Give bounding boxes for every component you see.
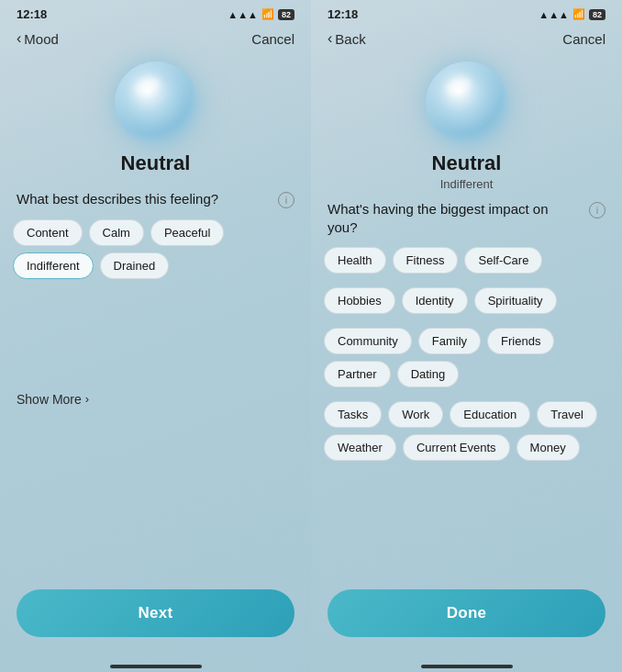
- time-right: 12:18: [328, 7, 358, 21]
- show-more-label: Show More: [17, 392, 82, 407]
- info-icon-right[interactable]: i: [589, 202, 605, 218]
- back-label-left: Mood: [24, 31, 59, 47]
- chip-row-2: Indifferent Drained: [13, 252, 298, 279]
- chip-indifferent[interactable]: Indifferent: [13, 252, 94, 279]
- nav-bar-right: ‹ Back Cancel: [311, 25, 622, 52]
- home-indicator-left: [0, 659, 311, 672]
- signal-icon: ▲▲▲: [228, 9, 258, 20]
- back-label-right: Back: [335, 31, 365, 47]
- chip-current-events[interactable]: Current Events: [403, 434, 510, 461]
- home-bar-left: [110, 665, 202, 668]
- chevron-right-icon: ›: [85, 392, 89, 406]
- chip-spirituality[interactable]: Spirituality: [474, 287, 557, 314]
- chevron-left-icon: ‹: [17, 30, 21, 47]
- cancel-button-left[interactable]: Cancel: [251, 31, 294, 47]
- battery-icon-right: 82: [589, 9, 605, 20]
- chip-work[interactable]: Work: [388, 401, 443, 428]
- status-icons-right: ▲▲▲ 📶 82: [539, 8, 605, 20]
- chip-family[interactable]: Family: [418, 328, 481, 354]
- mood-title-left: Neutral: [0, 151, 311, 175]
- done-button[interactable]: Done: [328, 589, 605, 637]
- chip-education[interactable]: Education: [450, 401, 530, 428]
- signal-icon-right: ▲▲▲: [539, 9, 569, 20]
- mood-orb-left: [115, 62, 197, 144]
- chip-self-care[interactable]: Self-Care: [464, 247, 542, 274]
- chip-row-1: Content Calm Peaceful: [13, 219, 298, 246]
- chip-group-2: Hobbies Identity Spirituality: [324, 287, 609, 314]
- chip-drained[interactable]: Drained: [100, 252, 170, 279]
- chevron-left-icon-right: ‹: [328, 30, 332, 47]
- mood-orb-right: [426, 62, 508, 144]
- status-bar-right: 12:18 ▲▲▲ 📶 82: [311, 0, 622, 25]
- chip-calm[interactable]: Calm: [89, 219, 144, 246]
- section-question-right: What's having the biggest impact on you?: [328, 200, 582, 236]
- chips-area-right: Health Fitness Self-Care Hobbies Identit…: [311, 247, 622, 467]
- chip-hobbies[interactable]: Hobbies: [324, 287, 395, 314]
- chips-area-left: Content Calm Peaceful Indifferent Draine…: [0, 219, 311, 385]
- orb-container-right: [311, 62, 622, 144]
- chip-identity[interactable]: Identity: [402, 287, 468, 314]
- bottom-area-right: Done: [311, 578, 622, 659]
- chip-money[interactable]: Money: [516, 434, 580, 461]
- chip-peaceful[interactable]: Peaceful: [150, 219, 225, 246]
- home-bar-right: [421, 665, 513, 668]
- section-header-left: What best describes this feeling? i: [0, 190, 311, 208]
- orb-container-left: [0, 62, 311, 144]
- time-left: 12:18: [17, 7, 47, 21]
- info-icon-left[interactable]: i: [278, 192, 294, 208]
- chip-health[interactable]: Health: [324, 247, 386, 274]
- chip-weather[interactable]: Weather: [324, 434, 396, 461]
- chip-content[interactable]: Content: [13, 219, 83, 246]
- next-button[interactable]: Next: [17, 589, 294, 637]
- mood-subtitle-right: Indifferent: [311, 177, 622, 191]
- status-bar-left: 12:18 ▲▲▲ 📶 82: [0, 0, 311, 25]
- section-header-right: What's having the biggest impact on you?…: [311, 200, 622, 236]
- chip-dating[interactable]: Dating: [397, 361, 460, 387]
- chip-group-3: Community Family Friends: [324, 328, 609, 354]
- cancel-button-right[interactable]: Cancel: [562, 31, 605, 47]
- right-screen: 12:18 ▲▲▲ 📶 82 ‹ Back Cancel Neutral Ind…: [311, 0, 622, 672]
- status-icons-left: ▲▲▲ 📶 82: [228, 8, 294, 20]
- back-button-left[interactable]: ‹ Mood: [17, 30, 59, 47]
- battery-icon: 82: [278, 9, 294, 20]
- chip-fitness[interactable]: Fitness: [393, 247, 459, 274]
- chip-tasks[interactable]: Tasks: [324, 401, 382, 428]
- chip-group-1: Health Fitness Self-Care: [324, 247, 609, 274]
- chip-group-3b: Partner Dating: [324, 361, 609, 387]
- wifi-icon: 📶: [261, 8, 274, 20]
- show-more-button[interactable]: Show More ›: [0, 385, 311, 414]
- chip-travel[interactable]: Travel: [537, 401, 597, 428]
- bottom-area-left: Next: [0, 578, 311, 659]
- chip-community[interactable]: Community: [324, 328, 412, 354]
- home-indicator-right: [311, 659, 622, 672]
- chip-friends[interactable]: Friends: [487, 328, 554, 354]
- wifi-icon-right: 📶: [572, 8, 585, 20]
- chip-partner[interactable]: Partner: [324, 361, 391, 387]
- chip-group-4: Tasks Work Education Travel: [324, 401, 609, 428]
- back-button-right[interactable]: ‹ Back: [328, 30, 366, 47]
- section-question-left: What best describes this feeling?: [17, 190, 271, 208]
- left-screen: 12:18 ▲▲▲ 📶 82 ‹ Mood Cancel Neutral Wha…: [0, 0, 311, 672]
- nav-bar-left: ‹ Mood Cancel: [0, 25, 311, 52]
- chip-group-5: Weather Current Events Money: [324, 434, 609, 461]
- mood-title-right: Neutral: [311, 151, 622, 175]
